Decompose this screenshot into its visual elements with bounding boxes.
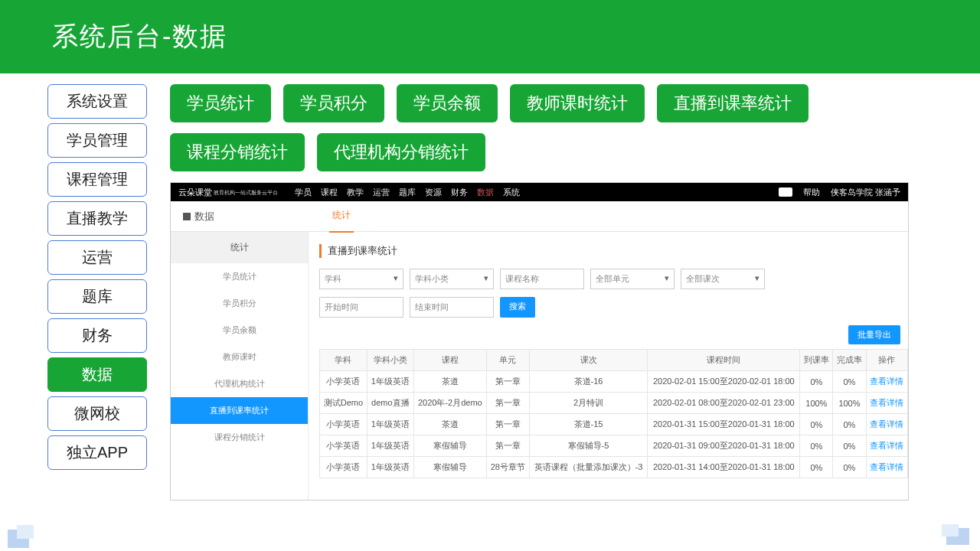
- cell: 寒假辅导: [413, 457, 486, 478]
- cell: 2020-01-31 09:00至2020-01-31 18:00: [648, 435, 800, 457]
- table-row: 测试Demodemo直播2020年-2月demo第一章2月特训2020-02-0…: [320, 393, 908, 414]
- admin-panel: 云朵课堂 教育机构一站式服务云平台 学员课程教学运营题库资源财务数据系统 帮助 …: [170, 182, 909, 500]
- side-学员余额[interactable]: 学员余额: [171, 317, 308, 344]
- topmenu-教学[interactable]: 教学: [347, 187, 364, 198]
- pill-课程分销统计[interactable]: 课程分销统计: [170, 133, 305, 171]
- side-课程分销统计[interactable]: 课程分销统计: [171, 424, 308, 451]
- decoration-icon: [946, 528, 969, 545]
- side-代理机构统计[interactable]: 代理机构统计: [171, 370, 308, 397]
- export-button[interactable]: 批量导出: [848, 325, 900, 344]
- cell: 茶道: [413, 414, 486, 435]
- pill-代理机构分销统计[interactable]: 代理机构分销统计: [317, 133, 485, 171]
- cell: 1年级英语: [367, 435, 413, 457]
- search-button[interactable]: 搜索: [500, 297, 535, 318]
- nav-课程管理[interactable]: 课程管理: [47, 162, 147, 197]
- col-课程: 课程: [413, 350, 486, 371]
- cell: demo直播: [367, 393, 413, 414]
- nav-直播教学[interactable]: 直播教学: [47, 201, 147, 236]
- cell: 0%: [800, 435, 833, 457]
- cell: 0%: [800, 457, 833, 478]
- unit-select[interactable]: 全部单元: [590, 269, 675, 289]
- side-教师课时[interactable]: 教师课时: [171, 344, 308, 370]
- cell: 第一章: [486, 414, 529, 435]
- col-完成率: 完成率: [833, 350, 866, 371]
- nav-数据[interactable]: 数据: [47, 357, 147, 392]
- start-time-input[interactable]: 开始时间: [319, 297, 403, 318]
- topmenu-学员[interactable]: 学员: [295, 187, 312, 198]
- view-detail-link[interactable]: 查看详情: [866, 414, 908, 435]
- course-name-input[interactable]: 课程名称: [500, 269, 584, 289]
- subcat-select[interactable]: 学科小类: [410, 269, 494, 289]
- topmenu-数据[interactable]: 数据: [477, 187, 494, 198]
- cell: 2月特训: [529, 393, 648, 414]
- pill-学员统计[interactable]: 学员统计: [170, 84, 271, 122]
- cell: 0%: [833, 435, 866, 457]
- cell: 1年级英语: [367, 457, 413, 478]
- side-直播到课率统计[interactable]: 直播到课率统计: [171, 397, 308, 424]
- col-课程时间: 课程时间: [648, 350, 800, 371]
- nav-系统设置[interactable]: 系统设置: [47, 84, 147, 119]
- breadcrumb: 数据: [183, 210, 214, 223]
- topmenu-系统[interactable]: 系统: [503, 187, 520, 198]
- user-label[interactable]: 侠客岛学院 张涵予: [831, 187, 900, 198]
- page-title: 系统后台-数据: [52, 19, 227, 54]
- col-到课率: 到课率: [800, 350, 833, 371]
- nav-微网校[interactable]: 微网校: [47, 396, 147, 431]
- topmenu-财务[interactable]: 财务: [451, 187, 468, 198]
- nav-财务[interactable]: 财务: [47, 318, 147, 353]
- pill-学员积分[interactable]: 学员积分: [283, 84, 384, 122]
- cell: 小学英语: [320, 414, 368, 435]
- nav-题库[interactable]: 题库: [47, 279, 147, 314]
- nav-运营[interactable]: 运营: [47, 240, 147, 275]
- col-课次: 课次: [529, 350, 648, 371]
- pill-学员余额[interactable]: 学员余额: [397, 84, 498, 122]
- chart-icon: [183, 213, 191, 220]
- cell: 茶道: [413, 371, 486, 393]
- lesson-select[interactable]: 全部课次: [681, 269, 765, 289]
- top-banner: 系统后台-数据: [0, 0, 980, 73]
- cell: 100%: [833, 393, 866, 414]
- col-操作: 操作: [866, 350, 908, 371]
- col-学科: 学科: [320, 350, 368, 371]
- table-row: 小学英语1年级英语茶道第一章茶道-152020-01-31 15:00至2020…: [320, 414, 908, 435]
- left-nav: 系统设置学员管理课程管理直播教学运营题库财务数据微网校独立APP: [47, 84, 147, 500]
- cell: 茶道-15: [529, 414, 648, 435]
- cell: 1年级英语: [367, 414, 413, 435]
- col-学科小类: 学科小类: [367, 350, 413, 371]
- cell: 1年级英语: [367, 371, 413, 393]
- view-detail-link[interactable]: 查看详情: [866, 393, 908, 414]
- section-title: 直播到课率统计: [319, 244, 908, 258]
- table-row: 小学英语1年级英语寒假辅导28号章节英语课程（批量添加课次）-32020-01-…: [320, 457, 908, 478]
- main-content: 直播到课率统计 学科 学科小类 课程名称 全部单元 全部课次 开始时间 结束时间…: [309, 232, 908, 500]
- subject-select[interactable]: 学科: [319, 269, 403, 289]
- mail-icon[interactable]: [779, 187, 792, 197]
- side-学员统计[interactable]: 学员统计: [171, 263, 308, 290]
- nav-学员管理[interactable]: 学员管理: [47, 123, 147, 158]
- topmenu-课程[interactable]: 课程: [321, 187, 338, 198]
- side-学员积分[interactable]: 学员积分: [171, 290, 308, 317]
- pill-row-2: 课程分销统计代理机构分销统计: [170, 133, 980, 171]
- end-time-input[interactable]: 结束时间: [410, 297, 494, 318]
- cell: 0%: [800, 371, 833, 393]
- view-detail-link[interactable]: 查看详情: [866, 435, 908, 457]
- cell: 0%: [833, 371, 866, 393]
- logo-text: 云朵课堂: [178, 187, 212, 198]
- table-row: 小学英语1年级英语寒假辅导第一章寒假辅导-52020-01-31 09:00至2…: [320, 435, 908, 457]
- cell: 2020年-2月demo: [413, 393, 486, 414]
- decoration-icon: [8, 530, 29, 548]
- filter-row-2: 开始时间 结束时间 搜索: [319, 297, 908, 318]
- pill-row-1: 学员统计学员积分学员余额教师课时统计直播到课率统计: [170, 84, 980, 122]
- col-单元: 单元: [486, 350, 529, 371]
- topmenu-题库[interactable]: 题库: [399, 187, 416, 198]
- topmenu-运营[interactable]: 运营: [373, 187, 390, 198]
- logo-sub: 教育机构一站式服务云平台: [214, 190, 278, 195]
- cell: 寒假辅导-5: [529, 435, 648, 457]
- topmenu-资源[interactable]: 资源: [425, 187, 442, 198]
- nav-独立APP[interactable]: 独立APP: [47, 435, 147, 470]
- view-detail-link[interactable]: 查看详情: [866, 457, 908, 478]
- pill-直播到课率统计[interactable]: 直播到课率统计: [657, 84, 808, 122]
- tab-stats[interactable]: 统计: [329, 200, 354, 233]
- pill-教师课时统计[interactable]: 教师课时统计: [510, 84, 645, 122]
- view-detail-link[interactable]: 查看详情: [866, 371, 908, 393]
- help-link[interactable]: 帮助: [803, 187, 820, 198]
